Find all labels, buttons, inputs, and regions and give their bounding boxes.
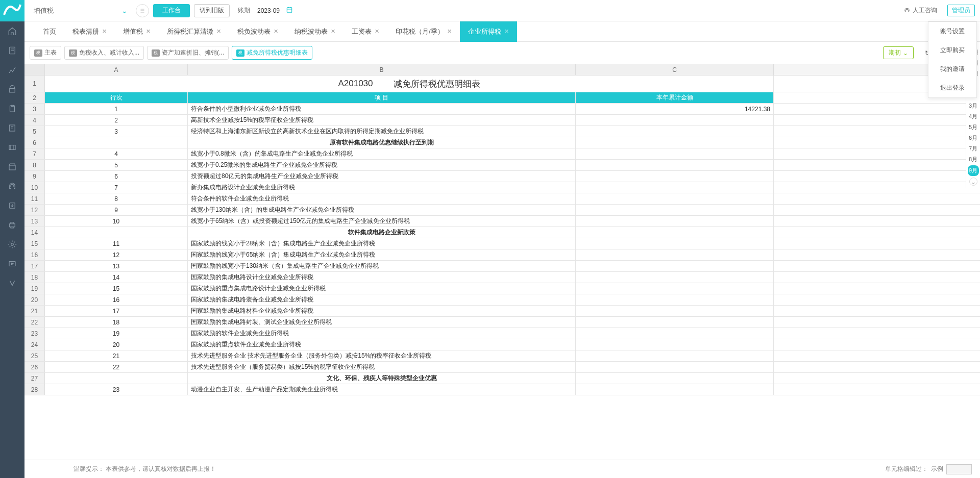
cell[interactable] xyxy=(576,294,774,305)
cell[interactable] xyxy=(576,306,774,316)
cell[interactable]: 符合条件的软件企业减免企业所得税 xyxy=(188,193,576,204)
switch-old-button[interactable]: 切到旧版 xyxy=(194,4,230,17)
row-header[interactable]: 13 xyxy=(24,216,45,227)
dropdown-item[interactable]: 退出登录 xyxy=(928,79,976,97)
nav-clipboard-icon[interactable] xyxy=(0,99,24,118)
cell[interactable]: 国家鼓励的重点集成电路设计企业减免企业所得税 xyxy=(188,283,576,294)
cell[interactable] xyxy=(576,317,774,328)
cell[interactable]: 符合条件的小型微利企业减免企业所得税 xyxy=(188,104,576,114)
cell[interactable]: 15 xyxy=(45,283,188,294)
row-header[interactable]: 26 xyxy=(24,362,45,372)
cell[interactable] xyxy=(45,137,188,148)
row-header[interactable]: 6 xyxy=(24,137,45,148)
cell[interactable]: 12 xyxy=(45,249,188,260)
calendar-icon[interactable] xyxy=(286,6,293,15)
nav-service-icon[interactable] xyxy=(0,177,24,196)
row-header[interactable]: 4 xyxy=(24,115,45,125)
cell[interactable] xyxy=(576,249,774,260)
cell[interactable]: 11 xyxy=(45,238,188,249)
cell[interactable]: 线宽小于0.25微米的集成电路生产企业减免企业所得税 xyxy=(188,160,576,170)
cell[interactable]: 1 xyxy=(45,104,188,114)
row-header[interactable]: 28 xyxy=(24,384,45,395)
col-header-c[interactable]: C xyxy=(576,64,774,75)
company-select[interactable]: 增值税 ⌄ xyxy=(30,4,132,18)
nav-book-icon[interactable] xyxy=(0,118,24,138)
cell[interactable] xyxy=(576,193,774,204)
nav-wallet-icon[interactable] xyxy=(0,80,24,99)
row-header[interactable]: 15 xyxy=(24,238,45,249)
cell[interactable]: 18 xyxy=(45,317,188,328)
row-header[interactable]: 20 xyxy=(24,294,45,305)
nav-tax-icon[interactable] xyxy=(0,138,24,157)
admin-button[interactable]: 管理员 xyxy=(947,5,975,16)
cell[interactable]: 新办集成电路设计企业减免企业所得税 xyxy=(188,182,576,193)
cell[interactable]: 高新技术企业减按15%的税率征收企业所得税 xyxy=(188,115,576,125)
col-header-a[interactable]: A xyxy=(45,64,188,75)
cell[interactable]: 技术先进型服务企业 技术先进型服务企业（服务外包类）减按15%的税率征收企业所得… xyxy=(188,350,576,361)
cell[interactable] xyxy=(576,216,774,227)
main-tab[interactable]: 税负波动表✕ xyxy=(229,21,286,42)
row-header[interactable]: 25 xyxy=(24,350,45,361)
header-cell[interactable]: 行次 xyxy=(45,92,188,103)
row-header[interactable]: 27 xyxy=(24,373,45,384)
cell[interactable]: 14 xyxy=(45,272,188,283)
main-tab[interactable]: 所得税汇算清缴✕ xyxy=(159,21,229,42)
cell[interactable]: 国家鼓励的集成电路材料企业减免企业所得税 xyxy=(188,306,576,316)
sub-tab[interactable]: 税主表 xyxy=(30,46,61,60)
main-tab[interactable]: 工资表✕ xyxy=(344,21,387,42)
row-header[interactable]: 9 xyxy=(24,171,45,182)
cell[interactable] xyxy=(576,350,774,361)
cell[interactable]: 9 xyxy=(45,205,188,215)
month-item[interactable]: 5月 xyxy=(966,122,980,133)
cell[interactable] xyxy=(576,160,774,170)
cell[interactable] xyxy=(576,137,774,148)
cell[interactable]: 软件集成电路企业新政策 xyxy=(188,227,576,238)
cell[interactable] xyxy=(576,339,774,350)
cell[interactable] xyxy=(576,171,774,182)
cell[interactable]: 国家鼓励的集成电路封装、测试企业减免企业所得税 xyxy=(188,317,576,328)
consult-link[interactable]: 人工咨询 xyxy=(903,6,937,15)
cell[interactable]: 国家鼓励的集成电路装备企业减免企业所得税 xyxy=(188,294,576,305)
cell[interactable]: 17 xyxy=(45,306,188,316)
cell[interactable]: 10 xyxy=(45,216,188,227)
cell[interactable]: 国家鼓励的集成电路设计企业减免企业所得税 xyxy=(188,272,576,283)
main-tab[interactable]: 纳税波动表✕ xyxy=(286,21,344,42)
close-icon[interactable]: ✕ xyxy=(375,28,379,35)
spreadsheet[interactable]: A B C 1 A201030 减免所得税优惠明细表 2 行次 项 目 本年累计… xyxy=(24,64,980,460)
nav-chart-icon[interactable] xyxy=(0,60,24,80)
header-cell[interactable]: 本年累计金额 xyxy=(576,92,774,103)
main-tab[interactable]: 增值税✕ xyxy=(115,21,159,42)
nav-settings-icon[interactable] xyxy=(0,235,24,254)
dropdown-item[interactable]: 账号设置 xyxy=(928,22,976,41)
month-item[interactable]: 9月 xyxy=(968,165,979,176)
cell[interactable] xyxy=(576,182,774,193)
cell[interactable]: 文化、环保、残疾人等特殊类型企业优惠 xyxy=(188,373,576,384)
nav-video-icon[interactable] xyxy=(0,254,24,273)
nav-transfer-icon[interactable] xyxy=(0,196,24,215)
cell[interactable] xyxy=(576,272,774,283)
row-header[interactable]: 11 xyxy=(24,193,45,204)
cell[interactable]: 16 xyxy=(45,294,188,305)
cell[interactable]: 4 xyxy=(45,148,188,159)
cell[interactable]: 14221.38 xyxy=(576,104,774,114)
row-header[interactable]: 23 xyxy=(24,328,45,339)
cell[interactable] xyxy=(576,373,774,384)
month-item[interactable]: 8月 xyxy=(966,154,980,165)
cell[interactable]: 22 xyxy=(45,362,188,372)
row-header[interactable]: 18 xyxy=(24,272,45,283)
main-tab[interactable]: 税表清册✕ xyxy=(64,21,115,42)
row-header[interactable]: 3 xyxy=(24,104,45,114)
nav-print-icon[interactable] xyxy=(0,215,24,235)
workspace-button[interactable]: 工作台 xyxy=(153,4,190,17)
col-header-b[interactable]: B xyxy=(188,64,576,75)
nav-archive-icon[interactable] xyxy=(0,157,24,177)
dropdown-item[interactable]: 立即购买 xyxy=(928,41,976,60)
cell[interactable] xyxy=(45,227,188,238)
close-icon[interactable]: ✕ xyxy=(274,28,278,35)
cell[interactable] xyxy=(576,205,774,215)
cell[interactable]: 5 xyxy=(45,160,188,170)
cell[interactable]: 2 xyxy=(45,115,188,125)
cell[interactable] xyxy=(576,126,774,137)
sub-tab[interactable]: 税减免所得税优惠明细表 xyxy=(232,46,312,60)
cell[interactable]: 国家鼓励的线宽小于130纳米（含）集成电路生产企业减免企业所得税 xyxy=(188,261,576,271)
